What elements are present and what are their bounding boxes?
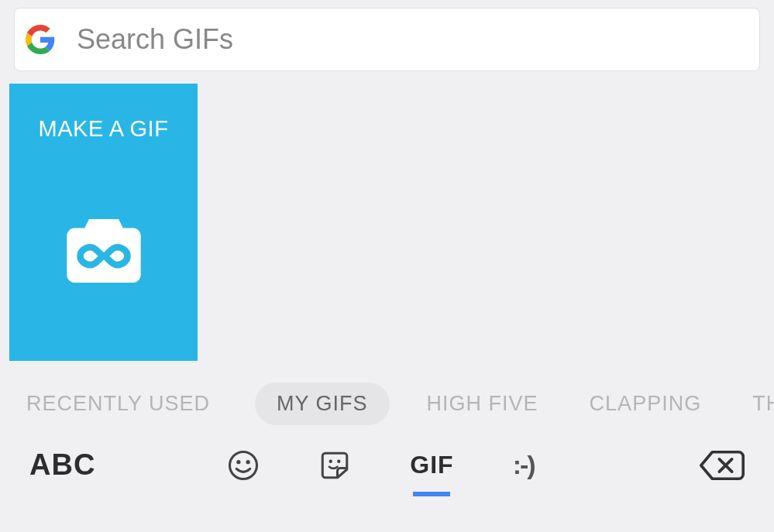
keyboard-bottom-bar: ABC GIF :-) xyxy=(0,425,774,482)
emoji-button[interactable] xyxy=(227,449,260,482)
category-tab-clapping[interactable]: CLAPPING xyxy=(590,383,702,425)
sticker-button[interactable] xyxy=(318,449,351,482)
keyboard-mode-icons: GIF :-) xyxy=(227,449,534,482)
search-bar[interactable] xyxy=(14,8,760,71)
backspace-button[interactable] xyxy=(700,449,745,482)
search-input[interactable] xyxy=(77,23,748,56)
emoticon-button[interactable]: :-) xyxy=(513,450,535,480)
svg-point-4 xyxy=(337,459,340,462)
backspace-icon xyxy=(700,449,745,482)
gif-active-indicator xyxy=(413,492,450,496)
abc-keyboard-button[interactable]: ABC xyxy=(29,448,95,482)
gif-content-area: MAKE A GIF xyxy=(0,84,774,361)
make-gif-label: MAKE A GIF xyxy=(39,116,169,142)
camera-infinity-icon xyxy=(67,219,141,283)
emoji-icon xyxy=(227,449,260,482)
svg-point-0 xyxy=(230,451,257,479)
svg-point-3 xyxy=(329,459,332,462)
svg-point-1 xyxy=(237,460,241,464)
category-tab-thum[interactable]: THUM xyxy=(752,383,774,425)
category-tab-recently-used[interactable]: RECENTLY USED xyxy=(26,383,210,425)
sticker-icon xyxy=(318,449,351,482)
category-tab-high-five[interactable]: HIGH FIVE xyxy=(427,383,538,425)
category-tabs: RECENTLY USED MY GIFS HIGH FIVE CLAPPING… xyxy=(0,361,774,425)
category-tab-my-gifs[interactable]: MY GIFS xyxy=(255,383,390,425)
gif-button[interactable]: GIF xyxy=(410,451,453,479)
svg-point-2 xyxy=(246,460,250,464)
emoticon-label: :-) xyxy=(513,450,535,480)
make-gif-button[interactable]: MAKE A GIF xyxy=(9,84,198,361)
google-logo-icon xyxy=(26,25,55,54)
gif-label: GIF xyxy=(410,451,453,479)
